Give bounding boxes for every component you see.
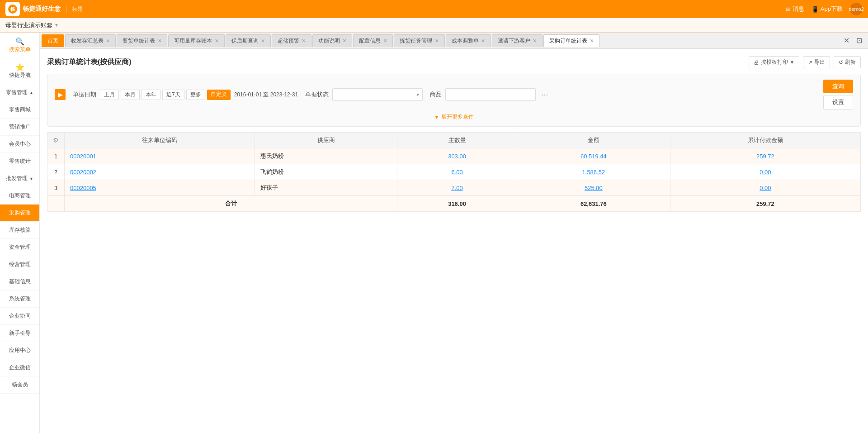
row2-index: 2 bbox=[47, 164, 65, 180]
row1-code[interactable]: 00020001 bbox=[65, 148, 255, 164]
tab-goods-stat-close[interactable]: × bbox=[158, 38, 161, 44]
date-filter-group: 单据日期 上月 本月 本年 近7天 更多 自定义 2016-01-01 至 20… bbox=[73, 90, 298, 100]
sidebar-item-nav[interactable]: ⭐ 快捷导航 bbox=[0, 58, 39, 84]
shortcut-7-days[interactable]: 近7天 bbox=[162, 90, 184, 100]
tab-func-desc[interactable]: 功能说明 × bbox=[312, 34, 352, 47]
sidebar-item-retail-mgmt[interactable]: 零售管理 ▲ bbox=[0, 84, 39, 101]
row2-code[interactable]: 00020002 bbox=[65, 164, 255, 180]
tab-purchase-stat[interactable]: 采购订单统计表 × bbox=[543, 34, 599, 47]
tab-invite-down[interactable]: 邀请下游客户 × bbox=[492, 34, 542, 47]
sidebar-item-app-center[interactable]: 应用中心 bbox=[0, 342, 39, 359]
print-icon: 🖨 bbox=[754, 59, 759, 66]
tab-stock-book-close[interactable]: × bbox=[215, 38, 218, 44]
row2-amount[interactable]: 1,586.52 bbox=[517, 164, 670, 180]
shortcut-this-month[interactable]: 本月 bbox=[121, 90, 140, 100]
shortcut-more[interactable]: 更多 bbox=[186, 90, 205, 100]
row1-supplier: 惠氏奶粉 bbox=[255, 148, 397, 164]
workspace-selector[interactable]: 母婴行业演示账套 ▼ bbox=[5, 21, 59, 29]
footer-amount: 62,631.76 bbox=[517, 196, 670, 212]
tab-func-desc-close[interactable]: × bbox=[343, 38, 346, 44]
row1-amount[interactable]: 60,519.44 bbox=[517, 148, 670, 164]
tab-pick-task-close[interactable]: × bbox=[435, 38, 439, 44]
row3-amount[interactable]: 525.80 bbox=[517, 180, 670, 196]
row3-code[interactable]: 00020005 bbox=[65, 180, 255, 196]
sidebar-item-collab[interactable]: 企业协同 bbox=[0, 308, 39, 325]
status-filter-group: 单据状态 ▼ bbox=[305, 88, 423, 101]
tab-over-stock[interactable]: 超储预警 × bbox=[272, 34, 311, 47]
shortcut-last-month[interactable]: 上月 bbox=[100, 90, 119, 100]
goods-input[interactable] bbox=[445, 88, 536, 101]
query-button[interactable]: 查询 bbox=[823, 80, 853, 93]
tab-bar-right: ✕ ⊡ bbox=[841, 35, 866, 46]
tab-collect-label: 收发存汇总表 bbox=[71, 37, 104, 45]
tab-config-close[interactable]: × bbox=[383, 38, 387, 44]
refresh-button[interactable]: ↺ 刷新 bbox=[834, 56, 861, 68]
col-amount-header: 金额 bbox=[517, 133, 670, 148]
sidebar-item-finance[interactable]: 资金管理 bbox=[0, 239, 39, 256]
tab-collect-close[interactable]: × bbox=[106, 38, 110, 44]
table-body: 1 00020001 惠氏奶粉 303.00 60,519.44 259.72 … bbox=[47, 148, 861, 196]
goods-filter-more[interactable]: ··· bbox=[539, 90, 550, 99]
tab-invite-down-close[interactable]: × bbox=[533, 38, 537, 44]
sidebar-item-retail-stat[interactable]: 零售统计 bbox=[0, 153, 39, 170]
print-button[interactable]: 🖨 按模板打印 ▼ bbox=[749, 56, 799, 68]
sidebar-item-sys-mgmt[interactable]: 系统管理 bbox=[0, 290, 39, 308]
col-settings-header: ⚙ bbox=[47, 133, 65, 148]
sidebar-item-purchase-mgmt[interactable]: 采购管理 bbox=[0, 205, 39, 222]
tab-goods-stat[interactable]: 要货单统计表 × bbox=[117, 34, 167, 47]
content-area: 首页 收发存汇总表 × 要货单统计表 × 可用量库存账本 × 保质期查询 × 超… bbox=[40, 33, 868, 433]
tab-expiry[interactable]: 保质期查询 × bbox=[226, 34, 271, 47]
row1-qty[interactable]: 303.00 bbox=[397, 148, 517, 164]
sidebar-item-ecommerce[interactable]: 电商管理 bbox=[0, 187, 39, 205]
tab-maximize-btn[interactable]: ⊡ bbox=[854, 35, 864, 46]
row2-qty[interactable]: 6.00 bbox=[397, 164, 517, 180]
message-btn[interactable]: ✉ 消息 bbox=[786, 5, 804, 13]
row1-paid[interactable]: 259.72 bbox=[670, 148, 860, 164]
main-layout: 🔍 搜索菜单 ⭐ 快捷导航 零售管理 ▲ 零售商城 营销推广 会员中心 零售统计… bbox=[0, 33, 868, 433]
col-settings-icon[interactable]: ⚙ bbox=[53, 137, 59, 144]
workspace-dropdown-icon: ▼ bbox=[54, 23, 59, 28]
tab-config[interactable]: 配置信息 × bbox=[353, 34, 393, 47]
expand-icon: ▼ bbox=[434, 114, 439, 120]
tab-collect[interactable]: 收发存汇总表 × bbox=[65, 34, 116, 47]
table-footer-row: 合计 316.00 62,631.76 259.72 bbox=[47, 196, 861, 212]
tab-home[interactable]: 首页 bbox=[42, 34, 64, 47]
sidebar-item-member[interactable]: 会员中心 bbox=[0, 136, 39, 153]
sidebar-item-stock-check[interactable]: 库存核算 bbox=[0, 222, 39, 239]
sidebar-item-member2[interactable]: 畅会员 bbox=[0, 376, 39, 394]
app-logo: 畅 bbox=[5, 2, 20, 16]
sidebar-item-search[interactable]: 🔍 搜索菜单 bbox=[0, 33, 39, 58]
row3-qty[interactable]: 7.00 bbox=[397, 180, 517, 196]
sidebar-item-ops[interactable]: 经营管理 bbox=[0, 256, 39, 273]
svg-text:畅: 畅 bbox=[10, 7, 15, 12]
user-avatar[interactable]: demo2 bbox=[850, 3, 863, 15]
filter-expand-btn[interactable]: ▼ 展开更多条件 bbox=[55, 113, 853, 121]
sidebar-item-wechat[interactable]: 企业微信 bbox=[0, 359, 39, 376]
export-button[interactable]: ↗ 导出 bbox=[803, 56, 830, 68]
tab-expiry-close[interactable]: × bbox=[261, 38, 265, 44]
download-btn[interactable]: 📱 App下载 bbox=[811, 5, 843, 13]
filter-toggle-btn[interactable]: ▶ bbox=[55, 89, 66, 100]
row2-paid[interactable]: 0.00 bbox=[670, 164, 860, 180]
tab-stock-book[interactable]: 可用量库存账本 × bbox=[168, 34, 224, 47]
status-select[interactable] bbox=[332, 88, 423, 101]
sidebar-item-new-guide[interactable]: 新手引导 bbox=[0, 325, 39, 342]
tab-purchase-stat-close[interactable]: × bbox=[590, 38, 594, 44]
tab-pick-task[interactable]: 拣货任务管理 × bbox=[394, 34, 444, 47]
sidebar-item-retail-shop[interactable]: 零售商城 bbox=[0, 101, 39, 119]
logo-subtitle: 标题 bbox=[72, 5, 83, 13]
settings-button[interactable]: 设置 bbox=[823, 95, 853, 109]
col-code-header: 往来单位编码 bbox=[65, 133, 255, 148]
shortcut-this-year[interactable]: 本年 bbox=[142, 90, 160, 100]
tab-cost-adj[interactable]: 成本调整单 × bbox=[446, 34, 491, 47]
sidebar-item-marketing[interactable]: 营销推广 bbox=[0, 119, 39, 136]
row3-paid[interactable]: 0.00 bbox=[670, 180, 860, 196]
tab-over-stock-close[interactable]: × bbox=[302, 38, 306, 44]
sidebar-item-wholesale-mgmt[interactable]: 批发管理 ▼ bbox=[0, 170, 39, 187]
query-btn-col: 查询 设置 bbox=[823, 80, 853, 109]
sidebar-item-basic-info[interactable]: 基础信息 bbox=[0, 273, 39, 290]
tab-close-all-btn[interactable]: ✕ bbox=[841, 35, 852, 46]
table-row: 1 00020001 惠氏奶粉 303.00 60,519.44 259.72 bbox=[47, 148, 861, 164]
tab-cost-adj-close[interactable]: × bbox=[481, 38, 485, 44]
page-title-row: 采购订单统计表(按供应商) 🖨 按模板打印 ▼ ↗ 导出 ↺ 刷新 bbox=[47, 56, 861, 68]
